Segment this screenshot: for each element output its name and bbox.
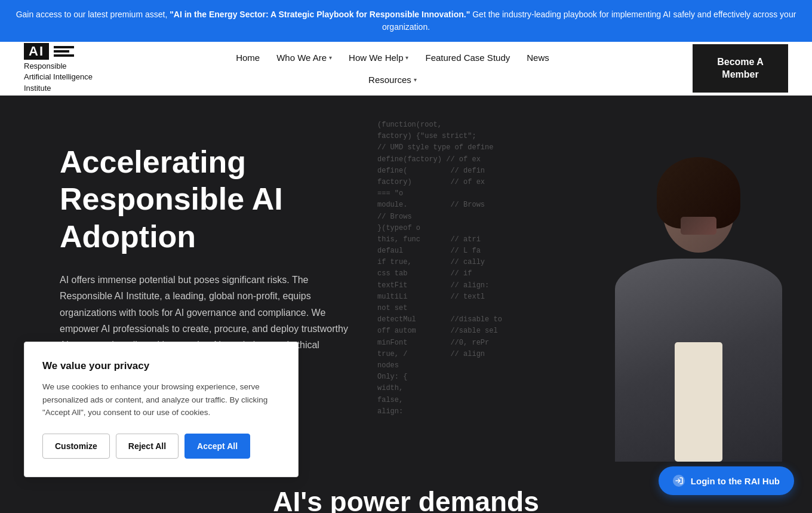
cookie-title: We value your privacy — [42, 360, 280, 372]
who-we-are-chevron-icon: ▾ — [329, 54, 332, 61]
logo-lines — [54, 46, 74, 57]
hero-background: (function(root, factory) {"use strict"; … — [365, 96, 812, 462]
nav-item-who-we-are[interactable]: Who We Are ▾ — [268, 47, 340, 69]
banner-text-before: Gain access to our latest premium asset, — [16, 10, 170, 19]
nav-row-2: Resources ▾ — [360, 69, 425, 91]
nav-wrapper: Home Who We Are ▾ How We Help ▾ Featured… — [93, 47, 693, 91]
resources-chevron-icon: ▾ — [414, 76, 417, 83]
customize-button[interactable]: Customize — [42, 434, 110, 459]
logo-name-line2: Artificial Intelligence — [24, 72, 93, 81]
rai-login-label: Login to the RAI Hub — [691, 476, 780, 486]
bottom-hero-title: AI's power demands — [60, 486, 752, 513]
cookie-text: We use cookies to enhance your browsing … — [42, 380, 280, 419]
login-icon — [673, 475, 685, 487]
top-banner: Gain access to our latest premium asset,… — [0, 0, 812, 42]
header: AI Responsible Artificial Intelligence I… — [0, 42, 812, 96]
logo-name-line1: Responsible — [24, 62, 67, 70]
how-we-help-chevron-icon: ▾ — [405, 54, 408, 61]
become-member-button[interactable]: Become A Member — [693, 44, 788, 93]
nav-item-featured-case-study[interactable]: Featured Case Study — [417, 47, 518, 69]
rai-login-button[interactable]: Login to the RAI Hub — [659, 466, 794, 495]
logo[interactable]: AI Responsible Artificial Intelligence I… — [24, 43, 93, 94]
banner-text-highlight: "AI in the Energy Sector: A Strategic Pl… — [170, 10, 470, 19]
accept-all-button[interactable]: Accept All — [184, 434, 250, 459]
logo-combined: AI Responsible Artificial Intelligence I… — [24, 43, 93, 94]
nav-item-home[interactable]: Home — [227, 47, 268, 69]
nav-row-1: Home Who We Are ▾ How We Help ▾ Featured… — [227, 47, 558, 69]
cookie-buttons: Customize Reject All Accept All — [42, 434, 280, 459]
reject-all-button[interactable]: Reject All — [116, 434, 179, 459]
nav-item-resources[interactable]: Resources ▾ — [360, 69, 425, 91]
nav-item-news[interactable]: News — [518, 47, 558, 69]
logo-line-1 — [54, 46, 74, 48]
logo-line-3 — [54, 54, 74, 57]
logo-line-2 — [54, 50, 69, 53]
nav-item-how-we-help[interactable]: How We Help ▾ — [340, 47, 417, 69]
logo-name: Responsible Artificial Intelligence Inst… — [24, 61, 93, 94]
hero-title: Accelerating Responsible AI Adoption — [60, 143, 358, 255]
logo-ai-text: AI — [24, 43, 49, 60]
logo-name-line3: Institute — [24, 84, 51, 93]
logo-top-row: AI — [24, 43, 93, 60]
cookie-consent-banner: We value your privacy We use cookies to … — [24, 342, 299, 477]
